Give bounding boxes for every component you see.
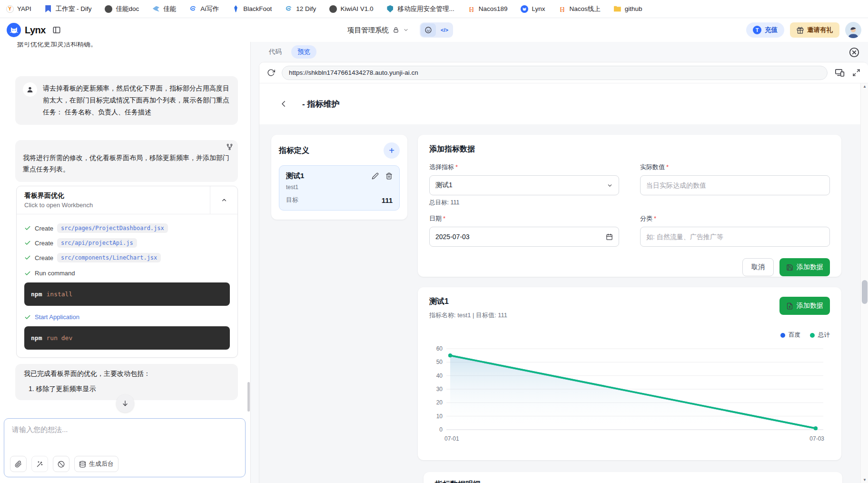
command-name: npm: [31, 291, 42, 298]
bookmark-dify-studio[interactable]: 工作室 - Dify: [44, 5, 92, 13]
invite-button[interactable]: 邀请有礼: [790, 22, 839, 38]
sidebar-scrollbar-thumb[interactable]: [247, 382, 250, 412]
task-action: Create: [35, 254, 53, 262]
command-args: install: [46, 291, 72, 298]
legend-label: 百度: [789, 331, 800, 339]
category-input-wrap: [640, 227, 830, 247]
y-tick-label: 10: [436, 413, 443, 420]
fork-branch-icon[interactable]: [226, 143, 233, 151]
open-workbench-button[interactable]: 看板界面优化 Click to open Workbench: [17, 186, 210, 214]
bookmark-yapi[interactable]: Y YAPI: [6, 5, 31, 13]
workbench-header: 看板界面优化 Click to open Workbench: [17, 186, 237, 214]
x-tick-label: 07-03: [809, 435, 824, 442]
gift-icon: [797, 27, 804, 34]
back-button[interactable]: [279, 100, 288, 108]
brand-logo-group[interactable]: Lynx: [7, 23, 46, 37]
bookmark-lynx[interactable]: Lynx: [520, 5, 545, 13]
generate-backend-label: 生成后台: [89, 460, 114, 468]
lynx-favicon: [520, 5, 528, 13]
bookmark-mobile-security[interactable]: 移动应用安全管理...: [386, 5, 454, 13]
data-detail-title: 指标数据明细: [435, 480, 831, 483]
page-scrollbar[interactable]: ▲ ▼: [860, 83, 868, 483]
bookmark-ai-writing[interactable]: Ai写作: [189, 5, 219, 13]
check-icon: [24, 225, 31, 231]
project-title-group[interactable]: 项目管理系统: [347, 18, 409, 42]
header-right-group: T 充值 邀请有礼: [746, 18, 861, 42]
bookmark-blackfoot[interactable]: BlackFoot: [232, 5, 272, 13]
file-pill[interactable]: src/api/projectApi.js: [57, 238, 137, 248]
date-input-wrap: [429, 227, 619, 247]
bookmark-nacos189[interactable]: [-] Nacos189: [467, 5, 508, 13]
summary-line: 我已完成看板界面的优化，主要改动包括：: [24, 370, 229, 378]
scrollbar-up-arrow[interactable]: ▲: [861, 84, 868, 89]
select-metric-field: 选择指标* 测试1 总目标: 111: [429, 163, 619, 207]
bookmark-kiwiai[interactable]: KiwiAI V1.0: [329, 5, 373, 13]
refresh-button[interactable]: [267, 69, 275, 77]
bookmark-nacos-online[interactable]: [-] Nacos线上: [558, 5, 600, 13]
file-pill[interactable]: src/pages/ProjectDashboard.jsx: [57, 223, 168, 233]
chat-scroll-area[interactable]: 据可优化更加灵活和精确。 请去掉看板的更新频率，然后优化下界面，指标部分占用高度…: [0, 42, 247, 415]
bookmark-jianeng-doc[interactable]: 佳能doc: [105, 5, 139, 13]
task-row: Run command: [24, 270, 230, 277]
target-value: 111: [382, 196, 393, 204]
database-icon: [79, 461, 86, 468]
attach-file-button[interactable]: [10, 456, 27, 472]
metric-select[interactable]: 测试1: [429, 175, 619, 195]
scrollbar-down-arrow[interactable]: ▼: [861, 478, 868, 482]
bookmark-github[interactable]: github: [613, 5, 642, 13]
summary-list-item: 1. 移除了更新频率显示: [24, 385, 229, 393]
delete-metric-button[interactable]: [385, 172, 393, 180]
target-label: 目标: [286, 196, 298, 204]
code-mode-button[interactable]: </>: [437, 23, 452, 37]
file-pill[interactable]: src/components/LineChart.jsx: [57, 253, 161, 262]
start-application-link[interactable]: Start Application: [35, 313, 79, 321]
chat-mode-button[interactable]: [421, 23, 436, 37]
required-mark: *: [654, 215, 656, 222]
fullscreen-button[interactable]: [852, 69, 860, 77]
metric-list-item[interactable]: 测试1: [279, 165, 400, 211]
user-message: 请去掉看板的更新频率，然后优化下界面，指标部分占用高度目前太大，在部门目标完成情…: [15, 76, 238, 125]
url-input[interactable]: https://shkbln1747661434278.auto.yunji-a…: [282, 66, 828, 80]
user-message-text: 请去掉看板的更新频率，然后优化下界面，指标部分占用高度目前太大，在部门目标完成情…: [43, 82, 230, 119]
form-actions: 取消 添加数据: [429, 258, 830, 276]
scroll-to-bottom-button[interactable]: [116, 394, 134, 413]
generate-backend-button[interactable]: 生成后台: [74, 456, 118, 472]
refresh-icon: [267, 69, 275, 77]
topup-button[interactable]: T 充值: [746, 22, 784, 38]
device-preview-button[interactable]: [835, 69, 845, 77]
data-detail-card: 指标数据明细: [424, 472, 842, 483]
category-input[interactable]: [646, 233, 824, 241]
chat-input[interactable]: [4, 419, 245, 449]
legend-item: 总计: [810, 331, 830, 339]
date-input[interactable]: [435, 233, 606, 241]
user-avatar[interactable]: [845, 22, 861, 38]
line-chart: 010203040506007-0107-03: [429, 343, 830, 444]
workbench-title: 看板界面优化: [24, 191, 202, 200]
chart-add-data-button[interactable]: 添加数据: [779, 297, 830, 315]
cancel-button[interactable]: 取消: [742, 258, 774, 276]
bookmark-jianeng[interactable]: 佳能: [152, 5, 176, 13]
edit-metric-button[interactable]: [372, 172, 379, 180]
lynx-logo-icon: [7, 23, 21, 37]
actual-value-input[interactable]: [646, 181, 824, 189]
task-row: Start Application: [24, 313, 230, 321]
sidebar-toggle-icon[interactable]: [52, 26, 61, 34]
url-bar: https://shkbln1747661434278.auto.yunji-a…: [259, 62, 868, 83]
tab-preview[interactable]: 预览: [291, 45, 316, 59]
tab-code[interactable]: 代码: [264, 45, 286, 59]
mode-switch: </>: [420, 22, 453, 38]
collapse-button[interactable]: [210, 186, 237, 214]
url-bar-actions: [835, 69, 860, 77]
close-preview-button[interactable]: [849, 47, 859, 58]
stop-slash-button[interactable]: [53, 456, 69, 472]
calendar-icon[interactable]: [606, 233, 613, 241]
submit-add-data-button[interactable]: 添加数据: [779, 258, 830, 276]
page-scrollbar-thumb[interactable]: [862, 280, 868, 304]
browser-window: Y YAPI 工作室 - Dify 佳能doc 佳能 Ai写作 BlackFoo…: [0, 0, 868, 483]
bookmark-12-dify[interactable]: 12 Dify: [285, 5, 316, 13]
nacos-favicon: [-]: [558, 5, 566, 13]
magic-wand-button[interactable]: [31, 456, 48, 472]
add-metric-button[interactable]: +: [384, 142, 400, 159]
y-tick-label: 0: [439, 426, 443, 433]
close-circle-icon: [849, 47, 859, 58]
